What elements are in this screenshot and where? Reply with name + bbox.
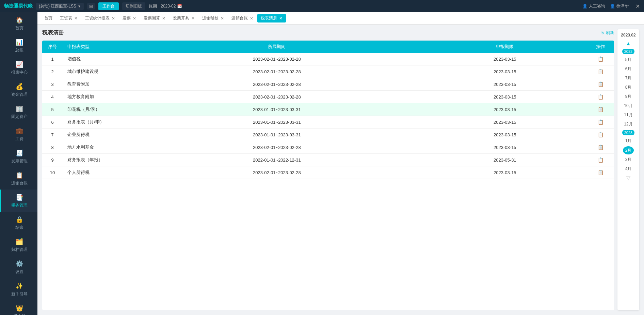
- refresh-button[interactable]: ↻ 刷新: [601, 30, 614, 36]
- tab-purchase-ledger[interactable]: 进销台账✕: [228, 14, 257, 22]
- action-detail-button[interactable]: 📋: [596, 68, 605, 75]
- old-version-button[interactable]: 切到旧版: [122, 2, 145, 10]
- tab-close-icon[interactable]: ✕: [74, 16, 78, 21]
- month-item[interactable]: 10月: [622, 101, 634, 110]
- sidebar-item-label: 结账: [15, 225, 23, 230]
- app-logo: 畅捷通易代账: [4, 3, 33, 9]
- month-item[interactable]: 9月: [622, 92, 634, 101]
- window-close-button[interactable]: ✕: [635, 3, 640, 10]
- cell-type: 增值税: [63, 53, 131, 65]
- col-seq: 序号: [42, 41, 63, 53]
- sidebar-item-reports[interactable]: 📈 报表中心: [0, 57, 37, 79]
- tab-close-icon[interactable]: ✕: [112, 16, 115, 21]
- cell-action: 📋: [587, 154, 614, 166]
- sidebar-item-home[interactable]: 🏠 首页: [0, 12, 37, 34]
- tab-salary-report[interactable]: 工资统计报表✕: [82, 14, 118, 22]
- sidebar-item-salary[interactable]: 💼 工资: [0, 123, 37, 145]
- tab-close-icon[interactable]: ✕: [133, 16, 136, 21]
- sidebar-item-ledger[interactable]: 📊 总账: [0, 34, 37, 57]
- tab-close-icon[interactable]: ✕: [221, 16, 224, 21]
- tab-label: 发票开具: [173, 15, 189, 21]
- action-detail-button[interactable]: 📋: [596, 131, 605, 138]
- capital-icon: 💰: [16, 83, 23, 90]
- date-panel-up-button[interactable]: ▲: [617, 40, 639, 48]
- month-item[interactable]: 11月: [622, 110, 634, 120]
- top-bar: 畅捷通易代账 (勿动) 江西服宝-LSS ▼ ⊞ 工作台 切到旧版 账期 202…: [0, 0, 644, 12]
- reports-icon: 📈: [16, 61, 23, 68]
- sidebar-item-label: 总账: [15, 47, 23, 53]
- cell-seq: 4: [42, 91, 63, 103]
- sidebar-item-settings[interactable]: ⚙️ 设置: [0, 256, 37, 278]
- refresh-icon: ↻: [601, 31, 605, 35]
- month-item[interactable]: 7月: [622, 74, 634, 83]
- date-panel-down-button[interactable]: ▽: [617, 174, 639, 182]
- salary-icon: 💼: [16, 127, 23, 135]
- month-item[interactable]: 12月: [622, 120, 634, 129]
- month-item[interactable]: 4月: [622, 164, 634, 174]
- tab-salary-table[interactable]: 工资表✕: [57, 14, 81, 22]
- cell-type: 地方教育附加: [63, 91, 131, 103]
- table-row: 5 印花税（月/季） 2023-01-01~2023-03-31 2023-03…: [42, 103, 614, 116]
- sidebar-item-vip[interactable]: 👑 畅会员: [0, 300, 37, 315]
- page-content: 税表清册 ↻ 刷新 序号 申报表类型 所属期间 申报期限: [37, 25, 644, 315]
- sidebar-item-tax[interactable]: 📑 税务管理: [0, 190, 37, 212]
- tab-tax-list[interactable]: 税表清册✕: [257, 14, 286, 22]
- company-selector[interactable]: (勿动) 江西服宝-LSS ▼: [36, 3, 84, 10]
- date-panel: 2023.02 ▲ 20225月6月7月8月9月10月11月12月20231月2…: [617, 29, 639, 310]
- sidebar-item-assets[interactable]: 🏢 固定资产: [0, 101, 37, 123]
- sidebar-item-reconcile[interactable]: 📋 进销台账: [0, 167, 37, 190]
- cell-seq: 9: [42, 154, 63, 166]
- sidebar-item-label: 首页: [15, 25, 23, 31]
- tab-invoice-issue[interactable]: 发票开具✕: [170, 14, 198, 22]
- month-item[interactable]: 2月: [623, 146, 634, 154]
- calendar-icon[interactable]: 📅: [177, 4, 182, 9]
- tab-invoice[interactable]: 发票✕: [119, 14, 140, 22]
- cell-seq: 2: [42, 65, 63, 78]
- year-2022-label[interactable]: 2022: [622, 49, 634, 54]
- year-2023-label[interactable]: 2023: [622, 130, 634, 135]
- consult-button[interactable]: 👤 人工咨询: [582, 3, 605, 9]
- sidebar-item-invoices[interactable]: 🧾 发票管理: [0, 145, 37, 167]
- cell-seq: 3: [42, 78, 63, 91]
- tab-label: 工资统计报表: [85, 15, 110, 21]
- tab-close-icon[interactable]: ✕: [162, 16, 165, 21]
- tab-close-icon[interactable]: ✕: [279, 16, 283, 21]
- tab-close-icon[interactable]: ✕: [250, 16, 253, 21]
- sidebar-item-label: 报表中心: [11, 70, 28, 75]
- consult-icon: 👤: [582, 4, 587, 9]
- tab-home[interactable]: 首页: [41, 14, 56, 22]
- action-detail-button[interactable]: 📋: [596, 56, 605, 62]
- action-detail-button[interactable]: 📋: [596, 144, 605, 151]
- cell-period: 2023-01-01~2023-03-31: [131, 103, 423, 116]
- action-detail-button[interactable]: 📋: [596, 156, 605, 163]
- tax-table: 序号 申报表类型 所属期间 申报期限 操作 1 增值税 2023-02-01~2…: [42, 41, 614, 179]
- cell-action: 📋: [587, 65, 614, 78]
- workstation-button[interactable]: 工作台: [98, 2, 119, 10]
- sidebar-item-capital[interactable]: 💰 资金管理: [0, 79, 37, 101]
- tab-invoice-calc[interactable]: 发票测算✕: [140, 14, 169, 22]
- tab-close-icon[interactable]: ✕: [191, 16, 195, 21]
- period-label: 账期 2023-02 📅: [149, 3, 182, 9]
- tab-purchase-verify[interactable]: 进销稽核✕: [199, 14, 227, 22]
- month-item[interactable]: 5月: [622, 55, 634, 64]
- vip-icon: 👑: [16, 304, 23, 312]
- sidebar-item-guide[interactable]: ✨ 新手引导: [0, 278, 37, 300]
- cell-period: 2023-01-01~2023-03-31: [131, 129, 423, 141]
- sidebar-item-closing[interactable]: 🔒 结账: [0, 212, 37, 234]
- action-detail-button[interactable]: 📋: [596, 93, 605, 100]
- cell-seq: 6: [42, 116, 63, 129]
- action-detail-button[interactable]: 📋: [596, 169, 605, 176]
- action-detail-button[interactable]: 📋: [596, 119, 605, 125]
- sidebar-item-label: 归档管理: [11, 247, 28, 253]
- cell-deadline: 2023-03-15: [423, 116, 587, 129]
- month-item[interactable]: 6月: [622, 64, 634, 74]
- month-item[interactable]: 3月: [622, 155, 634, 164]
- copy-icon-btn[interactable]: ⊞: [87, 3, 95, 10]
- sidebar-item-archive[interactable]: 🗂️ 归档管理: [0, 234, 37, 256]
- action-detail-button[interactable]: 📋: [596, 106, 605, 113]
- cell-period: 2023-02-01~2023-02-28: [131, 53, 423, 65]
- user-menu[interactable]: 👤 徐泽华: [610, 3, 629, 9]
- action-detail-button[interactable]: 📋: [596, 81, 605, 88]
- month-item[interactable]: 8月: [622, 83, 634, 92]
- month-item[interactable]: 1月: [622, 136, 634, 146]
